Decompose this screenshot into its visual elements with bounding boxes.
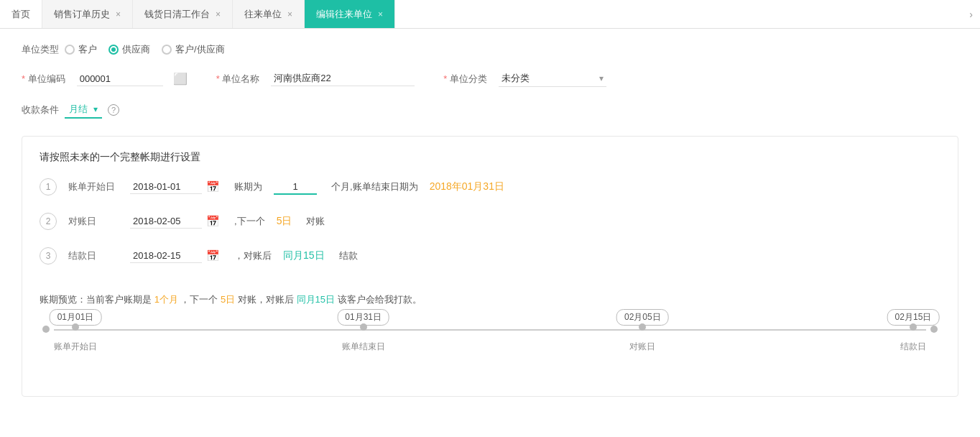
preview-part1: 1个月 (154, 294, 178, 305)
timeline-caption-0: 账单开始日 (54, 341, 97, 353)
step-1-num: 1 (40, 178, 57, 196)
tab-edit-partner-label: 编辑往来单位 (316, 8, 372, 21)
tab-home[interactable]: 首页 (0, 0, 42, 28)
step-3-suffix: 结款 (339, 249, 358, 262)
step-1-date-input[interactable] (130, 180, 202, 194)
unit-category-group: 单位分类 未分类 ▾ (443, 70, 606, 87)
unit-category-label: 单位分类 (443, 73, 487, 86)
unit-category-value: 未分类 (501, 72, 593, 85)
timeline-node-0: 01月01日 账单开始日 (54, 323, 97, 353)
step-1-suffix-after: 个月,账单结束日期为 (331, 180, 418, 193)
tab-cash-workbench-label: 钱货日清工作台 (144, 8, 210, 21)
tab-sales-history-close[interactable]: × (116, 9, 121, 19)
tab-partner-unit-close[interactable]: × (287, 9, 292, 19)
tab-partner-unit[interactable]: 往来单位 × (233, 0, 305, 28)
step-3-label: 结款日 (68, 249, 119, 262)
panel-title: 请按照未来的一个完整帐期进行设置 (40, 151, 940, 164)
tab-sales-history-label: 销售订单历史 (54, 8, 110, 21)
step-3-date-input[interactable] (130, 249, 202, 263)
help-icon[interactable]: ? (108, 104, 119, 116)
radio-both-label: 客户/供应商 (175, 43, 225, 56)
tab-home-label: 首页 (11, 8, 30, 21)
radio-both-circle (162, 45, 172, 55)
step-3-prefix: ，对账后 (234, 249, 272, 262)
radio-customer-label: 客户 (78, 43, 97, 56)
timeline-node-2: 02月05日 对账日 (629, 323, 655, 353)
tab-scroll-arrow[interactable]: › (962, 0, 980, 28)
collect-condition-value: 月结 (69, 103, 88, 116)
collect-condition-row: 收款条件 月结 ▾ ? (22, 101, 958, 119)
tab-cash-workbench-close[interactable]: × (216, 9, 221, 19)
main-content: 单位类型 客户 供应商 客户/供应商 单位编码 ⬜ 单位名称 (0, 29, 980, 437)
unit-code-input[interactable] (77, 72, 163, 86)
tab-sales-history[interactable]: 销售订单历史 × (42, 0, 133, 28)
step-2-num: 2 (40, 213, 57, 230)
preview-suffix: 该客户会给我打款。 (338, 294, 422, 305)
timeline-node-1: 01月31日 账单结束日 (342, 323, 385, 353)
preview-text: 账期预览：当前客户账期是 1个月 ，下一个 5日 对账，对账后 同月15日 该客… (40, 293, 940, 306)
timeline-end-endpoint (930, 326, 938, 333)
step-2-suffix: 对账 (306, 215, 325, 228)
step-2-highlight: 5日 (277, 215, 292, 228)
preview-mid1: ，下一个 (180, 294, 218, 305)
step-3-highlight: 同月15日 (283, 249, 325, 262)
tab-partner-unit-label: 往来单位 (244, 8, 282, 21)
collect-condition-select[interactable]: 月结 ▾ (65, 101, 102, 119)
timeline-dot-1 (360, 323, 367, 331)
step-2-row: 2 对账日 📅 ,下一个 5日 对账 (40, 213, 940, 230)
unit-category-select[interactable]: 未分类 ▾ (499, 70, 606, 87)
unit-name-group: 单位名称 (216, 72, 415, 86)
preview-section: 账期预览：当前客户账期是 1个月 ，下一个 5日 对账，对账后 同月15日 该客… (40, 282, 940, 382)
unit-name-input[interactable] (271, 72, 415, 86)
unit-type-radio-group: 客户 供应商 客户/供应商 (65, 43, 225, 56)
radio-customer-circle (65, 45, 75, 55)
tab-edit-partner-close[interactable]: × (378, 9, 383, 19)
step-1-label: 账单开始日 (68, 180, 119, 193)
step-2-input-wrap: 📅 (130, 214, 220, 229)
timeline-node-3: 02月15日 结款日 (900, 323, 926, 353)
unit-type-label: 单位类型 (22, 43, 59, 56)
step-2-calendar-icon[interactable]: 📅 (206, 215, 220, 228)
preview-part3: 同月15日 (297, 294, 335, 305)
step-2-label: 对账日 (68, 215, 119, 228)
radio-supplier[interactable]: 供应商 (108, 43, 150, 56)
unit-code-group: 单位编码 ⬜ (22, 72, 188, 86)
step-1-input-wrap: 📅 (130, 180, 220, 194)
preview-part2: 5日 (221, 294, 235, 305)
radio-supplier-label: 供应商 (122, 43, 150, 56)
step-2-prefix: ,下一个 (234, 215, 265, 228)
step-1-row: 1 账单开始日 📅 账期为 个月,账单结束日期为 2018年01月31日 (40, 178, 940, 196)
unit-info-row: 单位编码 ⬜ 单位名称 单位分类 未分类 ▾ (22, 70, 958, 87)
radio-customer[interactable]: 客户 (65, 43, 97, 56)
timeline-dot-3 (910, 323, 917, 331)
step-3-calendar-icon[interactable]: 📅 (206, 249, 220, 262)
step-3-num: 3 (40, 247, 57, 264)
step-1-calendar-icon[interactable]: 📅 (206, 180, 220, 193)
tab-edit-partner[interactable]: 编辑往来单位 × (305, 0, 395, 28)
unit-code-label: 单位编码 (22, 73, 65, 86)
collect-dropdown-arrow-icon: ▾ (93, 104, 98, 114)
step-1-suffix-before: 账期为 (234, 180, 262, 193)
timeline: 01月01日 账单开始日 01月31日 账单结束日 02月05日 对账日 (54, 323, 926, 382)
settings-panel: 请按照未来的一个完整帐期进行设置 1 账单开始日 📅 账期为 个月,账单结束日期… (22, 136, 958, 397)
step-2-date-input[interactable] (130, 214, 202, 229)
timeline-dot-0 (72, 323, 79, 331)
step-3-input-wrap: 📅 (130, 249, 220, 263)
period-input[interactable] (274, 180, 317, 195)
timeline-caption-3: 结款日 (900, 341, 926, 353)
step-1-highlight: 2018年01月31日 (430, 180, 504, 193)
timeline-caption-2: 对账日 (629, 341, 655, 353)
unit-name-label: 单位名称 (216, 73, 260, 86)
chevron-right-icon: › (969, 9, 973, 20)
timeline-caption-1: 账单结束日 (342, 341, 385, 353)
timeline-start-endpoint (42, 326, 50, 333)
unit-type-row: 单位类型 客户 供应商 客户/供应商 (22, 43, 958, 56)
copy-icon[interactable]: ⬜ (173, 72, 188, 86)
step-3-row: 3 结款日 📅 ，对账后 同月15日 结款 (40, 247, 940, 264)
radio-both[interactable]: 客户/供应商 (162, 43, 225, 56)
timeline-dot-2 (639, 323, 646, 331)
tab-cash-workbench[interactable]: 钱货日清工作台 × (133, 0, 233, 28)
preview-mid2: 对账，对账后 (238, 294, 294, 305)
unit-category-arrow-icon: ▾ (599, 73, 604, 83)
collect-condition-label: 收款条件 (22, 104, 59, 116)
